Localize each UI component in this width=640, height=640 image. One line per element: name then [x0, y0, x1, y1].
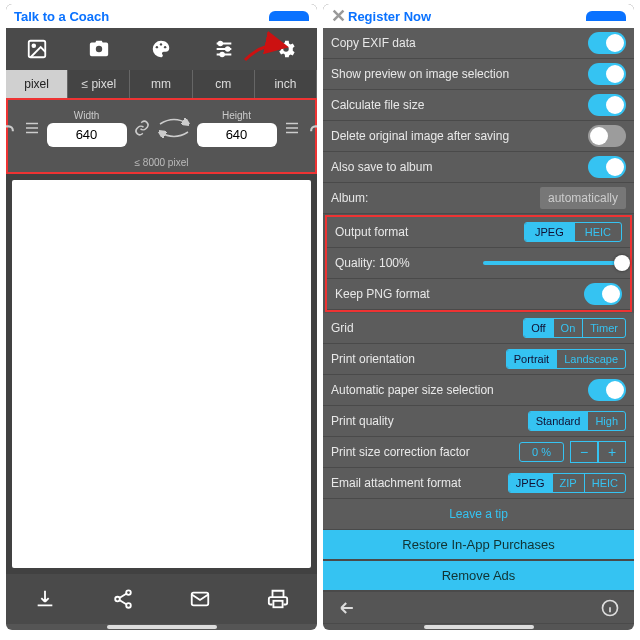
sliders-icon[interactable] — [202, 31, 246, 67]
back-icon[interactable] — [337, 598, 357, 618]
info-icon[interactable] — [600, 598, 620, 618]
seg-grid-off[interactable]: Off — [524, 319, 553, 337]
toggle-calc-filesize[interactable] — [588, 94, 626, 116]
seg-heic[interactable]: HEIC — [575, 223, 621, 241]
leave-tip-link[interactable]: Leave a tip — [323, 499, 634, 530]
orient-segment[interactable]: Portrait Landscape — [506, 349, 626, 369]
seg-standard[interactable]: Standard — [529, 412, 589, 430]
seg-high[interactable]: High — [588, 412, 625, 430]
svg-point-9 — [283, 46, 289, 52]
width-label: Width — [74, 110, 100, 121]
top-ad-banner-right[interactable]: ✕ Register Now — [323, 4, 634, 28]
gear-icon[interactable] — [264, 31, 308, 67]
share-icon[interactable] — [98, 579, 148, 619]
setting-grid[interactable]: Grid Off On Timer — [323, 313, 634, 344]
top-toolbar — [6, 28, 317, 70]
height-label: Height — [222, 110, 251, 121]
restore-purchases-button[interactable]: Restore In-App Purchases — [323, 530, 634, 561]
settings-nav — [323, 592, 634, 624]
seg-grid-on[interactable]: On — [554, 319, 584, 337]
unit-leq-pixel[interactable]: ≤ pixel — [68, 70, 130, 98]
palette-icon[interactable] — [139, 31, 183, 67]
width-input[interactable] — [47, 123, 127, 147]
menu-icon-right[interactable] — [283, 117, 301, 139]
link-icon[interactable] — [133, 117, 151, 139]
setting-print-orientation[interactable]: Print orientation Portrait Landscape — [323, 344, 634, 375]
setting-album[interactable]: Album: automatically — [323, 183, 634, 214]
ad-cta-pill[interactable] — [269, 11, 309, 21]
seg-landscape[interactable]: Landscape — [557, 350, 625, 368]
stepper-plus[interactable]: + — [598, 441, 626, 463]
swap-icon[interactable] — [157, 118, 191, 138]
svg-point-1 — [33, 44, 36, 47]
left-screenshot: Talk to a Coach pixel ≤ — [6, 4, 317, 630]
toggle-show-preview[interactable] — [588, 63, 626, 85]
right-screenshot: ✕ Register Now Copy EXIF data Show previ… — [323, 4, 634, 630]
seg-email-jpeg[interactable]: JPEG — [509, 474, 553, 492]
setting-output-format[interactable]: Output format JPEG HEIC — [327, 217, 630, 248]
pq-segment[interactable]: Standard High — [528, 411, 626, 431]
menu-icon[interactable] — [23, 117, 41, 139]
top-ad-banner[interactable]: Talk to a Coach — [6, 4, 317, 28]
setting-email-format[interactable]: Email attachment format JPEG ZIP HEIC — [323, 468, 634, 499]
redo-icon[interactable] — [307, 117, 318, 139]
svg-point-7 — [225, 47, 229, 51]
image-canvas[interactable] — [12, 180, 311, 568]
svg-point-2 — [96, 46, 102, 52]
album-select[interactable]: automatically — [540, 187, 626, 209]
unit-mm[interactable]: mm — [130, 70, 192, 98]
ad-text: Talk to a Coach — [14, 9, 109, 24]
svg-point-3 — [156, 46, 158, 48]
svg-point-6 — [218, 42, 222, 46]
remove-ads-button[interactable]: Remove Ads — [323, 561, 634, 592]
bottom-toolbar — [6, 574, 317, 624]
annotation-box-dimensions: Width Height — [6, 98, 317, 174]
setting-size-correction[interactable]: Print size correction factor 0 % − + — [323, 437, 634, 468]
toggle-save-album[interactable] — [588, 156, 626, 178]
dimension-row: Width Height — [9, 101, 314, 155]
setting-copy-exif[interactable]: Copy EXIF data — [323, 28, 634, 59]
setting-delete-original[interactable]: Delete original image after saving — [323, 121, 634, 152]
toggle-keep-png[interactable] — [584, 283, 622, 305]
download-icon[interactable] — [20, 579, 70, 619]
print-icon[interactable] — [253, 579, 303, 619]
unit-inch[interactable]: inch — [255, 70, 317, 98]
ad-cta-pill[interactable] — [586, 11, 626, 21]
format-segment[interactable]: JPEG HEIC — [524, 222, 622, 242]
size-corr-value[interactable]: 0 % — [519, 442, 564, 462]
setting-quality[interactable]: Quality: 100% — [327, 248, 630, 279]
height-input[interactable] — [197, 123, 277, 147]
seg-portrait[interactable]: Portrait — [507, 350, 557, 368]
setting-auto-paper[interactable]: Automatic paper size selection — [323, 375, 634, 406]
close-ad-icon[interactable]: ✕ — [331, 5, 346, 27]
toggle-delete-original[interactable] — [588, 125, 626, 147]
setting-show-preview[interactable]: Show preview on image selection — [323, 59, 634, 90]
ad-text: Register Now — [348, 9, 586, 24]
settings-list[interactable]: Copy EXIF data Show preview on image sel… — [323, 28, 634, 624]
email-segment[interactable]: JPEG ZIP HEIC — [508, 473, 626, 493]
setting-save-album[interactable]: Also save to album — [323, 152, 634, 183]
quality-slider[interactable] — [483, 261, 623, 265]
svg-point-8 — [220, 53, 224, 57]
setting-calc-filesize[interactable]: Calculate file size — [323, 90, 634, 121]
seg-jpeg[interactable]: JPEG — [525, 223, 575, 241]
unit-pixel[interactable]: pixel — [6, 70, 68, 98]
setting-print-quality[interactable]: Print quality Standard High — [323, 406, 634, 437]
max-pixel-text: ≤ 8000 pixel — [9, 155, 314, 172]
unit-cm[interactable]: cm — [193, 70, 255, 98]
toggle-auto-paper[interactable] — [588, 379, 626, 401]
stepper-minus[interactable]: − — [570, 441, 598, 463]
grid-segment[interactable]: Off On Timer — [523, 318, 626, 338]
toggle-copy-exif[interactable] — [588, 32, 626, 54]
camera-icon[interactable] — [77, 31, 121, 67]
unit-tabs: pixel ≤ pixel mm cm inch — [6, 70, 317, 98]
seg-email-heic[interactable]: HEIC — [585, 474, 625, 492]
seg-grid-timer[interactable]: Timer — [583, 319, 625, 337]
size-corr-stepper[interactable]: − + — [570, 441, 626, 463]
mail-icon[interactable] — [175, 579, 225, 619]
home-indicator — [323, 624, 634, 630]
undo-icon[interactable] — [6, 117, 17, 139]
setting-keep-png[interactable]: Keep PNG format — [327, 279, 630, 310]
gallery-icon[interactable] — [15, 31, 59, 67]
seg-email-zip[interactable]: ZIP — [553, 474, 585, 492]
